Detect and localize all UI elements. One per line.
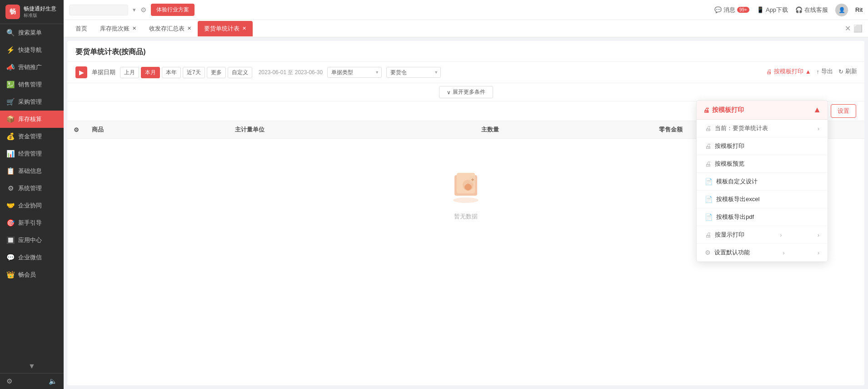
current-template-arrow: › [818,125,819,132]
item-custom-icon: 📄 [705,178,713,185]
item-preview-icon: 🖨 [705,160,711,167]
print-dropdown-header: 🖨 按模板打印 ▲ [697,101,828,120]
display-print-arrow: › [780,232,782,238]
cargo-warehouse-select[interactable]: 要货仓 [386,67,441,78]
tab-receipts-summary-close[interactable]: ✕ [187,25,191,31]
topbar-dropdown-arrow[interactable]: ▾ [133,6,136,13]
item-excel-icon: 📄 [705,196,713,203]
print-dropdown-current[interactable]: 🖨 当前：要货单统计表 › [697,120,828,137]
sidebar-item-shortcut[interactable]: ⚡ 快捷导航 [0,41,64,59]
collab-icon: 🤝 [6,202,15,210]
item-pdf-icon: 📄 [705,213,713,221]
industry-btn[interactable]: 体验行业方案 [151,4,195,16]
print-template-btn[interactable]: 🖨 按模板打印 ▲ [766,67,811,76]
date-label: 单据日期 [92,68,115,76]
sidebar-item-guide[interactable]: 🎯 新手引导 [0,214,64,232]
sidebar-item-collab[interactable]: 🤝 企业协同 [0,197,64,214]
service-icon: 🎧 [795,6,803,13]
sidebar-item-system[interactable]: ⚙ 系统管理 [0,180,64,197]
print-icon: 🖨 [766,68,772,75]
tabs-bar: 首页 库存批次账 ✕ 收发存汇总表 ✕ 要货单统计表 ✕ ✕ ⬜ [64,20,868,37]
empty-icon [445,166,486,207]
print-dropdown-item-5[interactable]: 🖨 按显示打印 › [697,226,828,244]
expand-more-icon: ∨ [447,89,451,96]
purchase-icon: 🛒 [6,98,15,106]
messages-btn[interactable]: 💬 消息 99+ [714,6,749,14]
online-service-btn[interactable]: 🎧 在线客服 [795,6,828,14]
sidebar-item-sales[interactable]: 💹 销售管理 [0,76,64,93]
filter-expand-btn[interactable]: ▶ [75,66,87,78]
sidebar-item-search[interactable]: 🔍 搜索菜单 [0,24,64,41]
page-header: 要货单统计表(按商品) [67,41,864,62]
business-icon: 📊 [6,150,15,158]
topbar-search-input[interactable] [69,5,128,15]
print-dropdown-icon: 🖨 [703,106,709,114]
close-window-btn[interactable]: ✕ [845,24,851,33]
expand-more-btn[interactable]: ∨ 展开更多条件 [439,86,493,98]
topbar-gear-icon[interactable]: ⚙ [140,6,146,14]
export-icon: ↑ [817,68,820,75]
tab-order-stats-close[interactable]: ✕ [242,25,246,31]
print-dropdown-item-2[interactable]: 📄 模板自定义设计 [697,173,828,191]
page-actions: 🖨 按模板打印 ▲ ↑ 导出 ↻ 刷新 [766,67,857,76]
col-settings[interactable]: ⚙ [67,121,85,139]
tab-inventory-batch[interactable]: 库存批次账 ✕ [94,21,143,36]
order-type-select-wrap: 单据类型 [327,67,382,78]
app-icon: 📱 [757,6,764,13]
tab-order-stats[interactable]: 要货单统计表 ✕ [198,21,253,36]
svg-point-0 [453,197,479,203]
sidebar-item-purchase[interactable]: 🛒 采购管理 [0,93,64,111]
message-icon: 💬 [714,6,722,13]
sidebar-footer: ⚙ 🔈 [0,373,64,389]
order-type-select[interactable]: 单据类型 [327,67,382,78]
date-current-year[interactable]: 本年 [162,67,181,78]
sidebar-item-inventory[interactable]: 📦 库存核算 [0,111,64,128]
sidebar-item-finance[interactable]: 💰 资金管理 [0,128,64,145]
topbar: ▾ ⚙ 体验行业方案 💬 消息 99+ 📱 App下载 🎧 在线客服 👤 Rit [64,0,868,20]
logo-icon: 畅 [5,5,20,19]
sidebar-item-wechat[interactable]: 💬 企业微信 [0,249,64,266]
print-dropdown-item-3[interactable]: 📄 按模板导出excel [697,191,828,208]
print-dropdown-item-0[interactable]: 🖨 按模板打印 [697,137,828,155]
empty-text: 暂无数据 [454,212,478,221]
refresh-btn[interactable]: ↻ 刷新 [838,67,857,76]
sidebar-item-apps[interactable]: 🔲 应用中心 [0,232,64,249]
filter-bar: ▶ 单据日期 上月 本月 本年 近7天 更多 自定义 2023-06-01 至 … [67,62,864,83]
print-dropdown-item-4[interactable]: 📄 按模板导出pdf [697,208,828,226]
export-btn[interactable]: ↑ 导出 [817,67,833,76]
col-product: 商品 [85,121,229,139]
date-custom[interactable]: 自定义 [228,67,252,78]
user-name: Rit [855,6,863,13]
app-download-btn[interactable]: 📱 App下载 [757,6,788,14]
finance-icon: 💰 [6,132,15,141]
maximize-window-btn[interactable]: ⬜ [853,24,863,33]
tab-inventory-batch-close[interactable]: ✕ [132,25,136,31]
date-current-month[interactable]: 本月 [141,67,160,78]
tab-receipts-summary[interactable]: 收发存汇总表 ✕ [143,21,198,36]
item-display-print-icon: 🖨 [705,231,711,238]
print-dropdown-item-6[interactable]: ⚙ 设置默认功能 › [697,244,828,262]
date-more[interactable]: 更多 [207,67,226,78]
page-title: 要货单统计表(按商品) [75,48,146,56]
print-dropdown-close-btn[interactable]: ▲ [813,105,821,115]
filter-more-bar: ∨ 展开更多条件 [67,83,864,101]
date-prev-month[interactable]: 上月 [120,67,139,78]
sidebar-item-marketing[interactable]: 📣 营销推广 [0,59,64,76]
settings-btn[interactable]: 设置 [831,104,856,118]
print-dropdown-item-1[interactable]: 🖨 按模板预览 [697,155,828,173]
sidebar-scroll-down[interactable]: ▼ [0,359,64,373]
date-range-text: 2023-06-01 至 2023-06-30 [259,69,323,76]
sidebar-item-business[interactable]: 📊 经营管理 [0,145,64,162]
sound-footer-icon[interactable]: 🔈 [49,377,57,385]
date-last7[interactable]: 近7天 [183,67,205,78]
sidebar-item-basic[interactable]: 📋 基础信息 [0,162,64,180]
tabs-expand-area: ✕ ⬜ [845,24,863,33]
sidebar-item-member[interactable]: 👑 畅会员 [0,266,64,283]
tab-home[interactable]: 首页 [69,21,94,36]
print-expand-arrow: ▲ [805,68,811,75]
guide-icon: 🎯 [6,219,15,227]
cargo-select-wrap: 要货仓 [386,67,441,78]
date-buttons: 上月 本月 本年 近7天 更多 自定义 [120,67,252,78]
user-avatar[interactable]: 👤 [835,4,848,16]
settings-footer-icon[interactable]: ⚙ [6,377,12,385]
